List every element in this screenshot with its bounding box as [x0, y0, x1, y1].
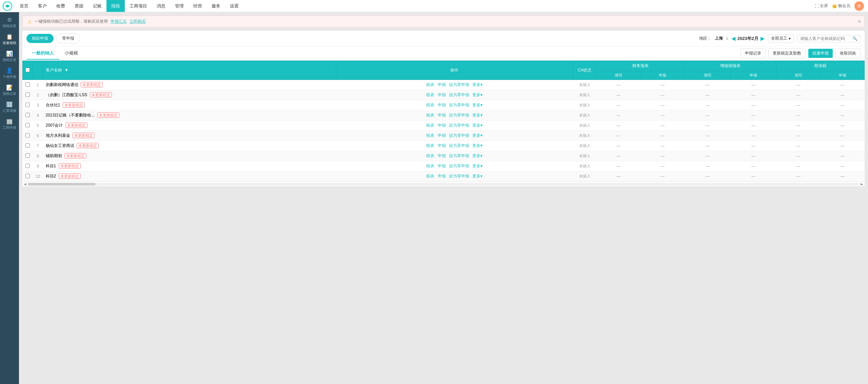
nav-item-msg[interactable]: 消息 — [152, 0, 170, 12]
op-submit[interactable]: 申报 — [438, 143, 446, 148]
op-taxform[interactable]: 税表 — [426, 143, 434, 148]
op-submit[interactable]: 申报 — [438, 82, 446, 87]
nav-item-settings[interactable]: 设置 — [225, 0, 243, 12]
op-taxform[interactable]: 税表 — [426, 92, 434, 97]
avatar[interactable]: 会 — [854, 1, 864, 11]
op-submit[interactable]: 申报 — [438, 113, 446, 118]
op-more[interactable]: 更多▾ — [472, 164, 482, 168]
op-more[interactable]: 更多▾ — [472, 153, 482, 158]
nav-item-billing[interactable]: 收费 — [52, 0, 70, 12]
op-more[interactable]: 更多▾ — [472, 103, 482, 107]
sidebar-item-biz-annual[interactable]: 🏢 工商年报 — [0, 115, 19, 132]
filter-icon[interactable]: ▼ — [64, 68, 68, 72]
op-zero[interactable]: 设为零申报 — [449, 174, 469, 178]
op-more[interactable]: 更多▾ — [472, 123, 482, 128]
nav-item-bookkeeping[interactable]: 记账 — [88, 0, 106, 12]
sub-tab-small[interactable]: 小规模 — [59, 47, 83, 60]
banner-close-btn[interactable]: × — [858, 19, 861, 25]
fullscreen-btn[interactable]: ⛶ 全屏 — [815, 3, 828, 9]
sub-tab-general[interactable]: 一般的纳人 — [26, 47, 59, 60]
retrieve-receipt-btn[interactable]: 收取回执 — [835, 48, 861, 58]
op-taxform[interactable]: 税表 — [426, 123, 434, 128]
scroll-thumb[interactable] — [28, 183, 96, 186]
search-input[interactable] — [800, 36, 851, 41]
sidebar-item-tax-overview[interactable]: 📊 报税总览 — [0, 48, 19, 65]
nav-item-client[interactable]: 客户 — [33, 0, 52, 12]
search-box[interactable]: 🔍 — [797, 35, 861, 42]
op-more[interactable]: 更多▾ — [472, 174, 482, 178]
horizontal-scrollbar[interactable]: ◀ ▶ — [22, 182, 865, 186]
op-zero[interactable]: 设为零申报 — [449, 153, 469, 158]
op-taxform[interactable]: 税表 — [426, 164, 434, 168]
banner-link-summary[interactable]: 申报汇总 — [111, 19, 127, 24]
nav-item-service[interactable]: 服务 — [207, 0, 225, 12]
sidebar-item-calc-clear[interactable]: 🔢 汇算清缴 — [0, 99, 19, 115]
select-all-checkbox[interactable] — [25, 68, 30, 72]
op-submit[interactable]: 申报 — [438, 133, 446, 138]
vip-btn[interactable]: 👑 畅会员 — [832, 3, 850, 9]
op-more[interactable]: 更多▾ — [472, 82, 482, 87]
op-taxform[interactable]: 税表 — [426, 82, 434, 87]
row-checkbox[interactable] — [23, 80, 33, 90]
nav-item-invoice[interactable]: 票据 — [70, 0, 88, 12]
nav-item-ops[interactable]: 经营 — [189, 0, 207, 12]
scroll-right-arrow[interactable]: ▶ — [861, 182, 863, 186]
op-taxform[interactable]: 税表 — [426, 113, 434, 118]
op-zero[interactable]: 设为零申报 — [449, 103, 469, 107]
sidebar-item-batch-tax[interactable]: 📋 批量报税 — [0, 31, 19, 48]
op-more[interactable]: 更多▾ — [472, 113, 482, 118]
op-zero[interactable]: 设为零申报 — [449, 133, 469, 138]
row-checkbox[interactable] — [23, 131, 33, 141]
op-submit[interactable]: 申报 — [438, 103, 446, 107]
tab-tax-declaration[interactable]: 税款申报 — [26, 34, 54, 43]
op-more[interactable]: 更多▾ — [472, 133, 482, 138]
op-zero[interactable]: 设为零申报 — [449, 143, 469, 148]
op-more[interactable]: 更多▾ — [472, 143, 482, 148]
scroll-left-arrow[interactable]: ◀ — [24, 182, 26, 186]
op-zero[interactable]: 设为零申报 — [449, 123, 469, 128]
nav-item-home[interactable]: 首页 — [15, 0, 33, 12]
row-checkbox[interactable] — [23, 161, 33, 171]
logo[interactable] — [0, 0, 15, 12]
staff-select[interactable]: 全部员工 ▾ — [768, 34, 794, 43]
op-submit[interactable]: 申报 — [438, 123, 446, 128]
row-checkbox[interactable] — [23, 90, 33, 100]
op-zero[interactable]: 设为零申报 — [449, 113, 469, 118]
tab-zero-declaration[interactable]: 零申报 — [56, 34, 80, 43]
op-taxform[interactable]: 税表 — [426, 174, 434, 178]
banner-link-buy[interactable]: 立即购买 — [130, 19, 146, 24]
sidebar-item-tax-records[interactable]: 📝 报税记录 — [0, 82, 19, 99]
search-icon[interactable]: 🔍 — [852, 36, 857, 41]
batch-submit-btn[interactable]: 批量申报 — [808, 49, 833, 58]
info-icon[interactable]: ℹ — [726, 36, 728, 41]
nav-item-mgmt[interactable]: 管理 — [170, 0, 189, 12]
row-checkbox[interactable] — [23, 141, 33, 151]
op-taxform[interactable]: 税表 — [426, 133, 434, 138]
month-prev-btn[interactable]: ◀ — [731, 35, 735, 42]
op-zero[interactable]: 设为零申报 — [449, 92, 469, 97]
update-tax-btn[interactable]: 更新税定及取数 — [768, 48, 806, 58]
sidebar: ⚙ 报税设置 📋 批量报税 📊 报税总览 👤 个税申报 📝 报税记录 🔢 汇算清… — [0, 12, 19, 384]
sidebar-item-tax-settings[interactable]: ⚙ 报税设置 — [0, 14, 19, 31]
op-more[interactable]: 更多▾ — [472, 92, 482, 97]
month-next-btn[interactable]: ▶ — [761, 35, 765, 42]
op-submit[interactable]: 申报 — [438, 153, 446, 158]
sidebar-item-personal-tax[interactable]: 👤 个税申报 — [0, 65, 19, 82]
nav-item-biz[interactable]: 工商项目 — [125, 0, 152, 12]
op-taxform[interactable]: 税表 — [426, 153, 434, 158]
scroll-track[interactable] — [28, 183, 859, 186]
op-submit[interactable]: 申报 — [438, 92, 446, 97]
row-ca-status: 未插入 — [573, 171, 596, 182]
nav-item-tax[interactable]: 报税 — [106, 0, 125, 12]
op-zero[interactable]: 设为零申报 — [449, 82, 469, 87]
op-taxform[interactable]: 税表 — [426, 103, 434, 107]
op-submit[interactable]: 申报 — [438, 174, 446, 178]
row-checkbox[interactable] — [23, 110, 33, 121]
op-zero[interactable]: 设为零申报 — [449, 164, 469, 168]
report-records-btn[interactable]: 申报记录 — [741, 48, 766, 58]
row-checkbox[interactable] — [23, 100, 33, 110]
op-submit[interactable]: 申报 — [438, 164, 446, 168]
row-checkbox[interactable] — [23, 121, 33, 131]
row-checkbox[interactable] — [23, 171, 33, 182]
row-checkbox[interactable] — [23, 151, 33, 161]
